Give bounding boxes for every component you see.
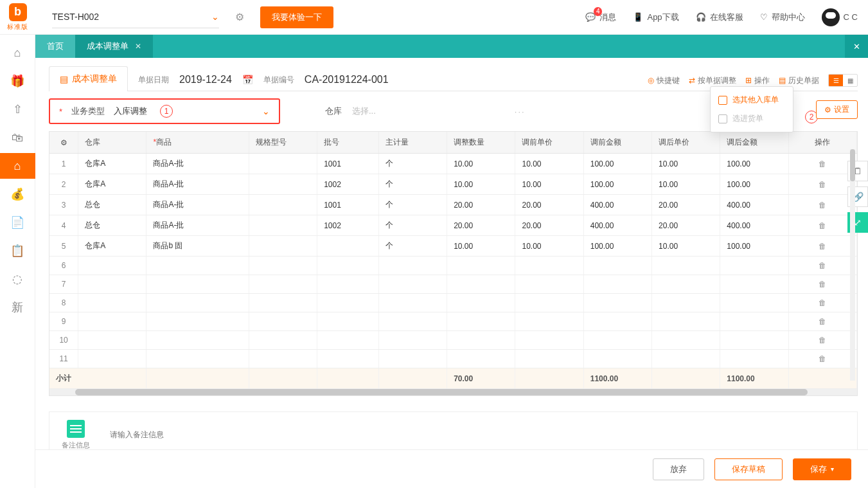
cell-amount-after[interactable]: 400.00	[720, 195, 788, 215]
support-link[interactable]: 🎧在线客服	[696, 12, 743, 23]
cell-unit[interactable]	[378, 331, 447, 350]
cell-amount-before[interactable]: 400.00	[583, 215, 651, 236]
side-loading-icon[interactable]: ◌	[0, 266, 35, 292]
delete-row-button[interactable]: 🗑	[788, 236, 856, 257]
side-money-icon[interactable]: 💰	[0, 181, 35, 207]
cell-spec[interactable]	[249, 154, 317, 174]
cell-unit[interactable]: 个	[378, 154, 447, 174]
cell-price-after[interactable]: 20.00	[652, 215, 720, 236]
cell-warehouse[interactable]: 仓库A	[78, 236, 146, 257]
cell-product[interactable]	[146, 331, 249, 350]
cell-price-after[interactable]	[652, 312, 720, 331]
cell-warehouse[interactable]	[78, 275, 146, 294]
cell-unit[interactable]	[378, 350, 447, 368]
history-action[interactable]: ▤历史单据	[779, 75, 819, 86]
cell-amount-after[interactable]: 100.00	[720, 154, 788, 174]
cell-warehouse[interactable]: 仓库A	[78, 174, 146, 195]
cell-unit[interactable]	[378, 257, 447, 275]
warehouse-select[interactable]: 仓库 选择... ···	[325, 105, 526, 117]
cell-qty[interactable]	[447, 257, 515, 275]
cell-price-before[interactable]: 10.00	[515, 174, 583, 195]
biz-type-select[interactable]: * 业务类型 入库调整 1 ⌄	[49, 98, 280, 124]
table-row[interactable]: 4总仓商品A-批1002个20.0020.00400.0020.00400.00…	[49, 215, 857, 236]
table-row[interactable]: 7🗑	[49, 275, 857, 294]
cell-unit[interactable]	[378, 275, 447, 294]
side-home-icon[interactable]: ⌂	[0, 40, 35, 66]
side-warehouse-icon[interactable]: ⌂	[0, 153, 35, 179]
cell-amount-after[interactable]	[720, 275, 788, 294]
cell-unit[interactable]	[378, 294, 447, 312]
cell-product[interactable]: 商品A-批	[146, 154, 249, 174]
calendar-icon[interactable]: 📅	[242, 75, 253, 85]
cell-warehouse[interactable]	[78, 257, 146, 275]
user-menu[interactable]: C C	[822, 8, 858, 26]
delete-row-button[interactable]: 🗑	[788, 154, 856, 174]
cell-unit[interactable]: 个	[378, 236, 447, 257]
table-row[interactable]: 10🗑	[49, 331, 857, 350]
cell-batch[interactable]	[317, 350, 379, 368]
table-row[interactable]: 9🗑	[49, 312, 857, 331]
side-up-icon[interactable]: ⇧	[0, 96, 35, 122]
cell-qty[interactable]	[447, 331, 515, 350]
side-gift-icon[interactable]: 🎁	[0, 68, 35, 94]
cell-batch[interactable]: 1002	[317, 215, 379, 236]
app-download-link[interactable]: 📱App下载	[633, 12, 678, 23]
cell-amount-after[interactable]	[720, 350, 788, 368]
cell-batch[interactable]	[317, 275, 379, 294]
cell-unit[interactable]: 个	[378, 174, 447, 195]
cell-amount-before[interactable]	[583, 275, 651, 294]
cell-qty[interactable]	[447, 275, 515, 294]
cell-product[interactable]: 商品A-批	[146, 174, 249, 195]
cell-amount-before[interactable]: 100.00	[583, 236, 651, 257]
side-doc-icon[interactable]: 📄	[0, 210, 35, 235]
discard-button[interactable]: 放弃	[653, 458, 704, 480]
cell-spec[interactable]	[249, 294, 317, 312]
cell-qty[interactable]	[447, 312, 515, 331]
cell-amount-before[interactable]: 100.00	[583, 174, 651, 195]
cell-product[interactable]	[146, 294, 249, 312]
cell-amount-after[interactable]	[720, 331, 788, 350]
popup-other-in[interactable]: 选其他入库单	[711, 91, 793, 109]
cell-price-before[interactable]	[515, 275, 583, 294]
cell-warehouse[interactable]: 总仓	[78, 215, 146, 236]
cell-price-before[interactable]	[515, 331, 583, 350]
cell-unit[interactable]	[378, 312, 447, 331]
cell-unit[interactable]: 个	[378, 195, 447, 215]
cell-warehouse[interactable]	[78, 312, 146, 331]
cell-batch[interactable]	[317, 331, 379, 350]
delete-row-button[interactable]: 🗑	[788, 174, 856, 195]
cell-batch[interactable]	[317, 312, 379, 331]
cell-warehouse[interactable]: 总仓	[78, 195, 146, 215]
ops-action[interactable]: ⊞操作	[745, 75, 770, 86]
delete-row-button[interactable]: 🗑	[788, 215, 856, 236]
grid-view-icon[interactable]: ▦	[843, 75, 857, 86]
view-toggle[interactable]: ☰▦	[828, 74, 858, 87]
table-row[interactable]: 5仓库A商品b 固个10.0010.00100.0010.00100.00🗑	[49, 236, 857, 257]
settings-button[interactable]: ⚙设置	[816, 100, 858, 119]
cell-spec[interactable]	[249, 350, 317, 368]
cell-warehouse[interactable]	[78, 294, 146, 312]
col-gear[interactable]: ⚙	[49, 132, 78, 154]
cell-amount-before[interactable]	[583, 331, 651, 350]
cell-amount-after[interactable]	[720, 294, 788, 312]
cell-amount-before[interactable]	[583, 312, 651, 331]
delete-row-button[interactable]: 🗑	[788, 331, 856, 350]
cell-price-before[interactable]	[515, 257, 583, 275]
cell-product[interactable]	[146, 312, 249, 331]
tab-current[interactable]: 成本调整单 ✕	[75, 35, 153, 58]
cell-amount-after[interactable]	[720, 312, 788, 331]
cell-product[interactable]: 商品A-批	[146, 195, 249, 215]
cell-spec[interactable]	[249, 215, 317, 236]
cell-spec[interactable]	[249, 174, 317, 195]
delete-row-button[interactable]: 🗑	[788, 275, 856, 294]
help-link[interactable]: ♡帮助中心	[760, 12, 805, 23]
cell-amount-before[interactable]	[583, 257, 651, 275]
cell-qty[interactable]: 10.00	[447, 174, 515, 195]
cell-qty[interactable]: 20.00	[447, 215, 515, 236]
doc-tab[interactable]: ▤ 成本调整单	[49, 66, 128, 91]
cell-amount-before[interactable]: 100.00	[583, 154, 651, 174]
cell-unit[interactable]: 个	[378, 215, 447, 236]
list-view-icon[interactable]: ☰	[829, 75, 843, 86]
company-select[interactable]: TEST-H002 ⌄	[52, 6, 219, 28]
table-row[interactable]: 3总仓商品A-批1001个20.0020.00400.0020.00400.00…	[49, 195, 857, 215]
